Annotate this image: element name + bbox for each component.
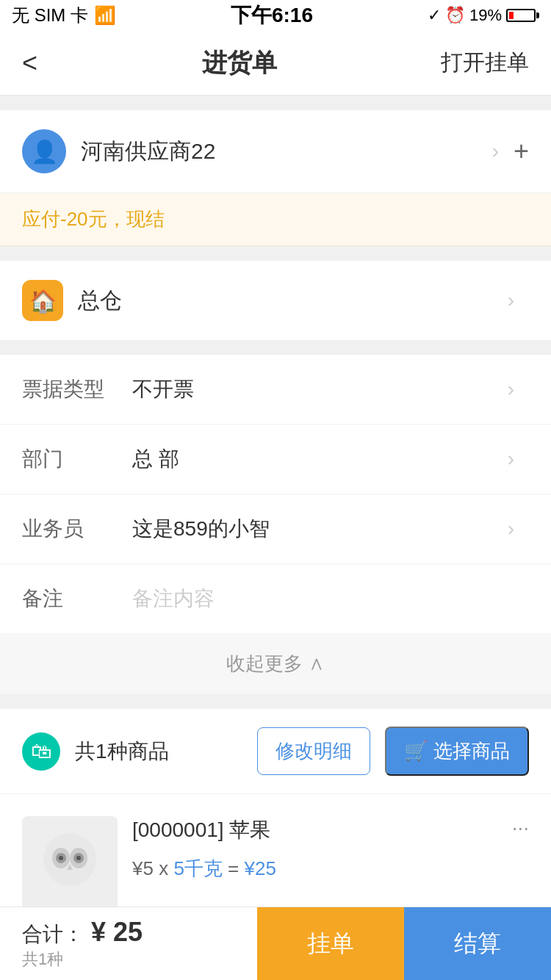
cart-icon-inner: 🛍	[31, 739, 51, 763]
product-owl-icon	[40, 830, 99, 898]
cart-icon: 🛍	[22, 732, 60, 771]
avatar-icon: 👤	[31, 139, 58, 165]
products-count: 共1种商品	[75, 738, 242, 765]
total-count: 共1种	[22, 948, 235, 970]
page-title: 进货单	[202, 46, 277, 80]
status-left: 无 SIM 卡 📶	[12, 4, 116, 27]
total-section: 合计： ¥ 25 共1种	[0, 907, 257, 980]
checkout-button[interactable]: 结算	[404, 907, 551, 980]
total-label-text: 合计：	[22, 920, 84, 948]
svg-point-5	[59, 856, 63, 860]
section-gap-4	[0, 694, 551, 709]
department-label: 部门	[22, 445, 110, 473]
modify-detail-button[interactable]: 修改明细	[257, 727, 370, 775]
price-multiply: x	[159, 857, 173, 879]
section-gap-3	[0, 340, 551, 355]
status-time: 下午6:16	[231, 1, 313, 29]
total-label-row: 合计： ¥ 25	[22, 917, 235, 948]
open-hang-button[interactable]: 打开挂单	[441, 48, 529, 78]
add-supplier-button[interactable]: +	[514, 136, 529, 167]
form-section: 票据类型 不开票 › 部门 总 部 › 业务员 这是859的小智 › 备注 备注…	[0, 355, 551, 633]
department-row[interactable]: 部门 总 部 ›	[0, 425, 551, 494]
product-total: ¥25	[245, 857, 276, 879]
salesperson-value: 这是859的小智	[132, 515, 508, 543]
svg-point-6	[76, 856, 81, 860]
product-code: [0000001]	[132, 818, 224, 841]
department-chevron-icon: ›	[508, 447, 514, 471]
supplier-section: 👤 河南供应商22 › + 应付-20元，现结	[0, 110, 551, 246]
total-amount: ¥ 25	[91, 917, 143, 948]
supplier-chevron-icon: ›	[492, 140, 499, 163]
warehouse-row[interactable]: 🏠 总仓 ›	[0, 261, 551, 340]
collapse-text: 收起更多 ∧	[226, 652, 324, 674]
select-product-label: 选择商品	[433, 738, 510, 764]
warning-banner: 应付-20元，现结	[0, 193, 551, 246]
invoice-chevron-icon: ›	[508, 378, 514, 401]
collapse-row[interactable]: 收起更多 ∧	[0, 633, 551, 694]
bottom-bar: 合计： ¥ 25 共1种 挂单 结算	[0, 907, 551, 980]
remark-label: 备注	[22, 585, 110, 613]
invoice-row[interactable]: 票据类型 不开票 ›	[0, 355, 551, 425]
nav-bar: < 进货单 打开挂单	[0, 31, 551, 96]
product-more-button[interactable]: ···	[512, 816, 529, 840]
wifi-icon: 📶	[94, 5, 116, 26]
warning-text: 应付-20元，现结	[22, 208, 165, 230]
supplier-name: 河南供应商22	[81, 137, 492, 167]
product-price-row: ¥5 x 5千克 = ¥25	[132, 856, 497, 882]
section-gap-2	[0, 246, 551, 261]
product-unit-price: ¥5	[132, 857, 154, 879]
status-right: ✓ ⏰ 19%	[428, 6, 539, 25]
supplier-row[interactable]: 👤 河南供应商22 › +	[0, 110, 551, 193]
product-title: 苹果	[229, 818, 270, 841]
status-bar: 无 SIM 卡 📶 下午6:16 ✓ ⏰ 19%	[0, 0, 551, 31]
back-button[interactable]: <	[22, 48, 37, 79]
warehouse-name: 总仓	[78, 286, 508, 316]
price-equals: =	[228, 857, 244, 879]
svg-point-0	[43, 833, 96, 886]
hang-order-label: 挂单	[307, 928, 354, 960]
checkout-label: 结算	[454, 928, 501, 960]
supplier-avatar: 👤	[22, 129, 66, 173]
product-name: [0000001] 苹果	[132, 816, 497, 844]
department-value: 总 部	[132, 445, 508, 473]
owl-svg	[40, 830, 99, 889]
salesperson-row[interactable]: 业务员 这是859的小智 ›	[0, 494, 551, 564]
battery-icon	[506, 9, 539, 22]
home-icon: 🏠	[29, 288, 57, 314]
products-header: 🛍 共1种商品 修改明细 🛒 选择商品	[0, 709, 551, 794]
product-info: [0000001] 苹果 ¥5 x 5千克 = ¥25	[132, 816, 497, 882]
salesperson-chevron-icon: ›	[508, 517, 514, 541]
invoice-value: 不开票	[132, 375, 508, 403]
remark-input[interactable]: 备注内容	[132, 585, 529, 613]
carrier-text: 无 SIM 卡	[12, 4, 88, 27]
remark-row[interactable]: 备注 备注内容	[0, 564, 551, 633]
location-icon: ✓	[428, 6, 441, 25]
battery-percent: 19%	[469, 6, 502, 25]
select-product-button[interactable]: 🛒 选择商品	[385, 727, 529, 776]
warehouse-section: 🏠 总仓 ›	[0, 261, 551, 340]
alarm-icon: ⏰	[445, 6, 465, 25]
product-image	[22, 816, 118, 912]
warehouse-icon: 🏠	[22, 280, 63, 321]
salesperson-label: 业务员	[22, 515, 110, 543]
section-gap-1	[0, 96, 551, 110]
select-cart-icon: 🛒	[404, 740, 428, 763]
product-quantity: 5千克	[173, 857, 222, 879]
warehouse-chevron-icon: ›	[508, 289, 514, 312]
hang-order-button[interactable]: 挂单	[257, 907, 404, 980]
invoice-label: 票据类型	[22, 375, 110, 403]
